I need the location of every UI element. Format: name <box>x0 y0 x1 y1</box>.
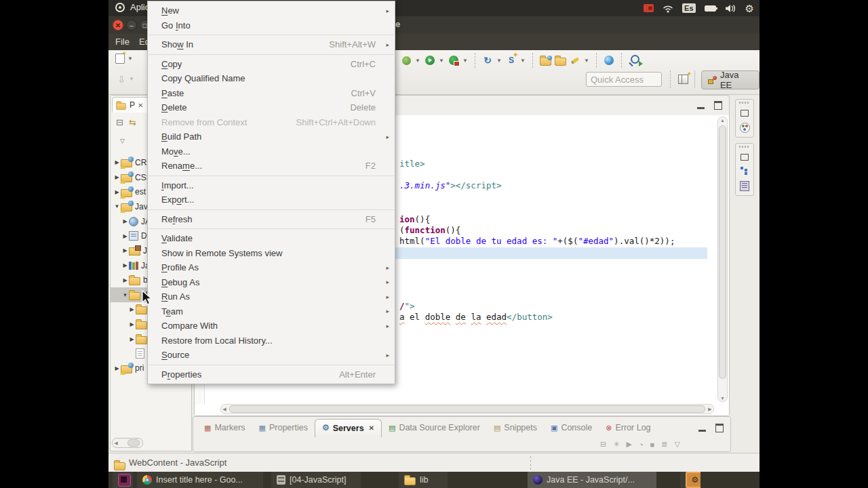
chevron-down-icon[interactable]: ▼ <box>520 58 526 64</box>
keyboard-layout-indicator[interactable]: Es <box>682 3 695 13</box>
maximize-view-icon[interactable] <box>715 424 724 432</box>
taskbar-item-lib[interactable]: lib <box>399 472 448 488</box>
minimize-view-icon[interactable] <box>697 101 705 109</box>
drag-handle[interactable] <box>739 102 750 104</box>
expand-arrow-icon[interactable]: ▶ <box>128 321 136 327</box>
drag-handle[interactable] <box>739 146 750 148</box>
restore-view-icon[interactable] <box>741 110 749 117</box>
new-web-wizard-icon[interactable]: ↻ <box>481 55 494 66</box>
menu-item-properties[interactable]: PropertiesAlt+Enter <box>148 367 395 382</box>
collapse-arrow-icon[interactable]: ▼ <box>121 292 129 298</box>
chevron-down-icon[interactable]: ▼ <box>415 58 421 64</box>
servers-view-icon[interactable] <box>740 181 749 191</box>
stop-server-icon[interactable]: ■ <box>650 441 655 449</box>
project-explorer-tab[interactable]: P ✕ <box>112 97 151 113</box>
expand-arrow-icon[interactable]: ▶ <box>121 277 129 283</box>
taskbar-item-04-javascript[interactable]: [04-JavaScript] <box>271 472 361 488</box>
horizontal-scrollbar[interactable]: ◀ ▶ <box>220 404 714 414</box>
gear-icon[interactable]: ⚙ <box>745 3 754 14</box>
tab-data-source-explorer[interactable]: ▤Data Source Explorer <box>382 419 487 436</box>
expand-arrow-icon[interactable]: ▶ <box>128 306 136 312</box>
tab-console[interactable]: ▣Console <box>544 419 599 436</box>
menu-item-compare-with[interactable]: Compare With▸ <box>148 319 395 333</box>
tab-servers[interactable]: ⚙Servers✕ <box>315 419 382 437</box>
collapse-all-icon[interactable]: ⊟ <box>600 440 606 449</box>
web-browser-icon[interactable] <box>603 55 615 66</box>
open-folder-icon[interactable] <box>539 55 551 66</box>
taskbar-item-insert-title-here-goo[interactable]: Insert title here - Goo... <box>137 472 263 488</box>
search-icon[interactable] <box>628 55 640 66</box>
run-icon[interactable] <box>424 55 436 66</box>
menu-item-move[interactable]: Move... <box>148 144 395 159</box>
debug-server-icon[interactable]: ✳ <box>613 440 619 449</box>
palette-view-icon[interactable] <box>740 123 750 133</box>
taskbar-item-java-ee-javascript[interactable]: Java EE - JavaScript/... <box>528 472 656 488</box>
battery-icon[interactable] <box>705 5 716 12</box>
menu-item-show-in[interactable]: Show InShift+Alt+W▸ <box>148 37 395 52</box>
restore-view-icon[interactable] <box>741 154 749 161</box>
view-menu-icon[interactable]: ▽ <box>674 440 679 449</box>
menu-item-run-as[interactable]: Run As▸ <box>148 289 395 304</box>
horizontal-scrollbar[interactable]: ◀ <box>112 438 143 448</box>
link-with-editor-icon[interactable]: ⇆ <box>129 117 136 127</box>
highlighter-icon[interactable] <box>569 55 581 66</box>
new-server-wizard-icon[interactable]: S <box>505 55 517 66</box>
volume-icon[interactable] <box>725 4 736 13</box>
menu-item-export[interactable]: Export... <box>148 192 395 207</box>
import-folder-icon[interactable] <box>554 55 566 66</box>
expand-arrow-icon[interactable]: ▶ <box>121 247 129 253</box>
collapse-all-icon[interactable]: ⊟ <box>116 117 123 127</box>
expand-arrow-icon[interactable]: ▶ <box>121 233 129 239</box>
menu-item-validate[interactable]: Validate <box>148 231 395 246</box>
maximize-view-icon[interactable] <box>714 101 722 110</box>
chevron-down-icon[interactable]: ▼ <box>584 58 590 64</box>
menu-item-delete[interactable]: DeleteDelete <box>148 100 395 115</box>
scrollbar-thumb[interactable] <box>719 125 726 379</box>
quick-access-input[interactable] <box>586 72 662 87</box>
vertical-scrollbar[interactable]: ▲ ▼ <box>717 117 728 402</box>
menu-item-debug-as[interactable]: Debug As▸ <box>148 275 395 290</box>
expand-arrow-icon[interactable]: ▶ <box>128 336 136 342</box>
close-window-button[interactable]: ✕ <box>113 20 123 30</box>
menu-item-copy[interactable]: CopyCtrl+C <box>148 57 395 72</box>
menu-item-import[interactable]: Import... <box>148 178 395 193</box>
menu-item-rename[interactable]: Rename...F2 <box>148 159 395 174</box>
scroll-left-icon[interactable]: ◀ <box>113 441 119 446</box>
taskbar-item-item[interactable] <box>113 472 133 488</box>
publish-icon[interactable]: ≣ <box>661 440 667 449</box>
taskbar-item-item[interactable]: ⚙ <box>680 472 701 488</box>
menu-item-source[interactable]: Source▸ <box>148 348 395 363</box>
chevron-down-icon[interactable]: ▼ <box>462 58 469 64</box>
tab-markers[interactable]: ▦Markers <box>197 419 252 436</box>
open-perspective-icon[interactable] <box>678 75 688 84</box>
close-icon[interactable]: ✕ <box>369 424 374 432</box>
applications-menu[interactable]: Aplic <box>130 2 149 12</box>
tab-error-log[interactable]: ⊗Error Log <box>599 419 657 436</box>
scroll-down-icon[interactable]: ▼ <box>718 396 727 401</box>
menu-item-show-in-remote-systems-view[interactable]: Show in Remote Systems view <box>148 246 395 261</box>
tab-properties[interactable]: ▦Properties <box>252 419 315 436</box>
scroll-up-icon[interactable]: ▲ <box>718 118 727 123</box>
scrollbar-thumb[interactable] <box>127 439 140 447</box>
menu-file[interactable]: File <box>115 37 130 47</box>
menu-item-build-path[interactable]: Build Path▸ <box>148 129 395 144</box>
expand-arrow-icon[interactable]: ▶ <box>121 218 129 224</box>
menu-item-refresh[interactable]: RefreshF5 <box>148 212 395 227</box>
perspective-java-ee-button[interactable]: Java EE <box>701 70 760 89</box>
tab-snippets[interactable]: ▤Snippets <box>487 419 544 436</box>
expand-arrow-icon[interactable]: ▶ <box>121 262 129 268</box>
minimize-view-icon[interactable] <box>698 424 706 432</box>
menu-item-team[interactable]: Team▸ <box>148 304 395 319</box>
minimize-window-button[interactable]: – <box>126 20 137 30</box>
menu-item-restore-from-local-history[interactable]: Restore from Local History... <box>148 333 395 348</box>
chevron-down-icon[interactable]: ▼ <box>439 58 445 64</box>
scroll-right-icon[interactable]: ▶ <box>707 407 713 412</box>
view-menu-icon[interactable]: ▽ <box>120 138 125 144</box>
outline-view-icon[interactable] <box>741 167 749 175</box>
scroll-left-icon[interactable]: ◀ <box>221 407 228 412</box>
menu-item-paste[interactable]: PasteCtrl+V <box>148 86 395 101</box>
profile-server-icon[interactable]: ◔ <box>639 441 644 449</box>
run-external-icon[interactable] <box>448 55 460 66</box>
menu-item-go-into[interactable]: Go Into <box>148 18 395 33</box>
wifi-icon[interactable] <box>663 4 673 13</box>
